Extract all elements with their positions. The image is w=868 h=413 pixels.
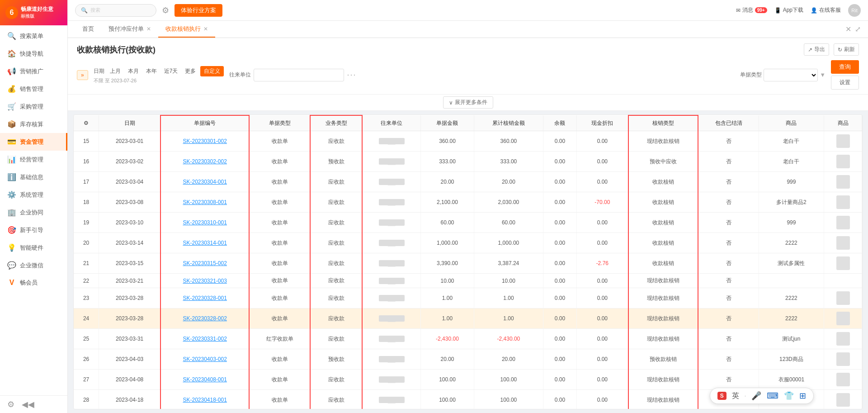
cell-doc-no[interactable]: SK-20230403-002 — [160, 349, 249, 370]
cell-doc-no[interactable]: SK-20230321-003 — [160, 274, 249, 288]
cell-doc-type: 红字收款单 — [249, 329, 310, 349]
keyboard-icon[interactable]: ⌨ — [767, 391, 778, 401]
cell-doc-no[interactable]: SK-20230331-002 — [160, 329, 249, 349]
cell-written-off: 3,387.24 — [474, 253, 543, 274]
table-row: 16 2023-03-02 SK-20230302-002 收款单 预收款 ██… — [74, 152, 862, 172]
cell-product: 衣服00001 — [759, 370, 824, 390]
sidebar-item-system[interactable]: ⚙️ 系统管理 — [0, 186, 67, 204]
sidebar-item-purchase[interactable]: 🛒 采购管理 — [0, 98, 67, 115]
cell-balance: 0.00 — [543, 131, 576, 152]
cell-doc-no[interactable]: SK-20230310-001 — [160, 213, 249, 233]
doc-no-link[interactable]: SK-20230310-001 — [183, 219, 226, 226]
topbar-gear-icon[interactable]: ⚙ — [162, 5, 169, 15]
sidebar-item-guide[interactable]: 🎯 新手引导 — [0, 221, 67, 239]
doc-no-link[interactable]: SK-20230308-001 — [183, 199, 226, 205]
last-month-btn[interactable]: 上月 — [107, 66, 123, 76]
app-subtitle: 标推版 — [21, 13, 53, 19]
doc-no-link[interactable]: SK-20230328-001 — [183, 295, 226, 301]
cell-index: 27 — [74, 370, 99, 390]
type-select[interactable] — [764, 69, 818, 81]
doc-no-link[interactable]: SK-20230331-002 — [183, 336, 226, 342]
doc-no-link[interactable]: SK-20230328-002 — [183, 315, 226, 322]
more-date-btn[interactable]: 更多 — [182, 66, 198, 76]
cell-written-off: 333.00 — [474, 152, 543, 172]
tab-prepay-close[interactable]: ✕ — [146, 26, 151, 32]
sidebar-label-finance: 资金管理 — [20, 138, 43, 146]
message-btn[interactable]: ✉ 消息 99+ — [736, 6, 767, 14]
tab-home[interactable]: 首页 — [75, 21, 101, 38]
cell-doc-no[interactable]: SK-20230418-001 — [160, 390, 249, 410]
sidebar-item-marketing[interactable]: 📢 营销推广 — [0, 62, 67, 80]
filter-expand-btn[interactable]: » — [77, 70, 88, 80]
doc-no-link[interactable]: SK-20230304-001 — [183, 179, 226, 185]
sidebar-label-guide: 新手引导 — [20, 226, 43, 234]
apps-icon[interactable]: ⊞ — [799, 391, 806, 401]
cell-doc-no[interactable]: SK-20230328-002 — [160, 309, 249, 329]
doc-no-link[interactable]: SK-20230418-001 — [183, 397, 226, 403]
solution-button[interactable]: 体验行业方案 — [175, 4, 222, 17]
user-avatar[interactable]: Rit — [848, 4, 861, 17]
sidebar-item-member[interactable]: V 畅会员 — [0, 274, 67, 291]
shirt-icon[interactable]: 👕 — [784, 391, 794, 401]
type-label: 单据类型 — [740, 71, 762, 79]
cell-doc-type: 收款单 — [249, 213, 310, 233]
cell-doc-no[interactable]: SK-20230328-001 — [160, 288, 249, 309]
this-year-btn[interactable]: 本年 — [143, 66, 160, 76]
tab-collection[interactable]: 收款核销执行 ✕ — [158, 21, 215, 38]
sidebar-item-operation[interactable]: 📊 经营管理 — [0, 151, 67, 168]
refresh-button[interactable]: ↻ 刷新 — [834, 43, 859, 56]
doc-no-link[interactable]: SK-20230408-001 — [183, 376, 226, 383]
expand-more-btn[interactable]: ∨ 展开更多条件 — [443, 96, 493, 109]
cell-balance: 0.00 — [543, 329, 576, 349]
sidebar-item-finance[interactable]: 💳 资金管理 — [0, 133, 67, 151]
last-7days-btn[interactable]: 近7天 — [161, 66, 181, 76]
sidebar-label-sales: 销售管理 — [20, 85, 43, 93]
page-content: 收款核销执行(按收款) ↗ 导出 ↻ 刷新 » 日期 — [68, 38, 868, 413]
cell-doc-no[interactable]: SK-20230314-001 — [160, 233, 249, 253]
tab-maximize-btn[interactable]: ⤢ — [855, 25, 861, 33]
tab-prepay[interactable]: 预付冲应付单 ✕ — [101, 21, 158, 38]
cell-date: 2023-03-31 — [99, 329, 160, 349]
cell-product-img — [824, 192, 862, 213]
tab-close-window-btn[interactable]: ✕ — [845, 25, 851, 33]
sidebar-item-sales[interactable]: 💰 销售管理 — [0, 80, 67, 98]
sidebar-item-corp[interactable]: 🏢 企业协同 — [0, 204, 67, 221]
cell-doc-no[interactable]: SK-20230408-001 — [160, 370, 249, 390]
topbar-search[interactable]: 🔍 搜索 — [75, 4, 156, 17]
this-month-btn[interactable]: 本月 — [125, 66, 142, 76]
collapse-icon[interactable]: ◀◀ — [22, 399, 34, 409]
cell-doc-no[interactable]: SK-20230302-002 — [160, 152, 249, 172]
cell-doc-no[interactable]: SK-20230301-002 — [160, 131, 249, 152]
cell-product: 2222 — [759, 288, 824, 309]
cell-doc-type: 收款单 — [249, 309, 310, 329]
doc-no-link[interactable]: SK-20230314-001 — [183, 240, 226, 246]
doc-no-link[interactable]: SK-20230302-002 — [183, 158, 226, 165]
sidebar-item-search[interactable]: 🔍 搜索菜单 — [0, 27, 67, 45]
partner-input[interactable] — [254, 69, 344, 81]
sidebar-item-wechat[interactable]: 💬 企业微信 — [0, 256, 67, 274]
doc-no-link[interactable]: SK-20230321-003 — [183, 278, 226, 284]
cell-doc-no[interactable]: SK-20230308-001 — [160, 192, 249, 213]
doc-no-link[interactable]: SK-20230315-002 — [183, 260, 226, 266]
mic-icon[interactable]: 🎤 — [751, 391, 761, 401]
col-header-balance: 余额 — [543, 115, 576, 131]
sidebar-item-inventory[interactable]: 📦 库存核算 — [0, 115, 67, 133]
cell-balance: 0.00 — [543, 309, 576, 329]
doc-no-link[interactable]: SK-20230301-002 — [183, 138, 226, 144]
cell-partner: ██ — [362, 233, 420, 253]
app-download-btn[interactable]: 📱 App下载 — [774, 6, 803, 14]
doc-no-link[interactable]: SK-20230403-002 — [183, 356, 226, 362]
custom-date-btn[interactable]: 自定义 — [200, 66, 224, 76]
settings-icon[interactable]: ⚙ — [7, 399, 14, 409]
ime-label[interactable]: 英 — [732, 391, 739, 401]
setting-button[interactable]: 设置 — [831, 76, 859, 90]
online-service-btn[interactable]: 👤 在线客服 — [811, 6, 841, 14]
cell-doc-no[interactable]: SK-20230304-001 — [160, 172, 249, 192]
tab-collection-close[interactable]: ✕ — [203, 26, 208, 32]
export-button[interactable]: ↗ 导出 — [804, 43, 829, 56]
cell-doc-no[interactable]: SK-20230315-002 — [160, 253, 249, 274]
sidebar-item-hardware[interactable]: 💡 智能硬件 — [0, 239, 67, 256]
sidebar-item-quicknav[interactable]: 🏠 快捷导航 — [0, 45, 67, 62]
sidebar-item-basic[interactable]: ℹ️ 基础信息 — [0, 168, 67, 186]
query-button[interactable]: 查询 — [831, 60, 859, 74]
